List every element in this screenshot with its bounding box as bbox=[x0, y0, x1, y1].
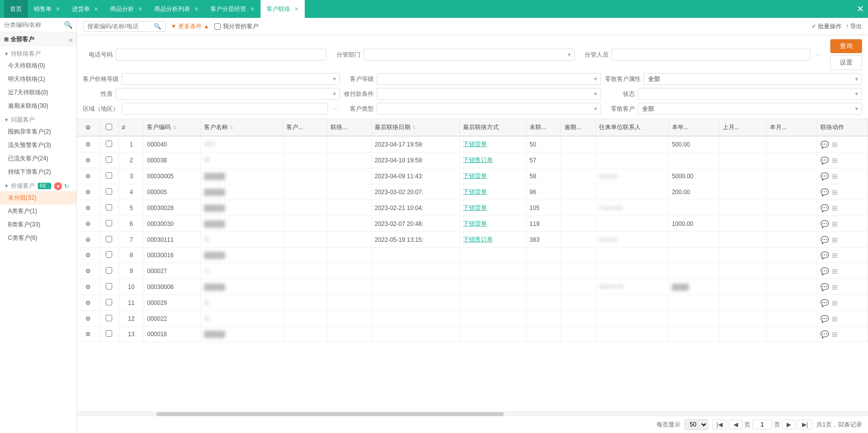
row-gear[interactable]: ⚙ bbox=[77, 248, 100, 263]
horizontal-scrollbar[interactable] bbox=[77, 412, 868, 416]
sidebar-collapse-btn[interactable]: « bbox=[68, 36, 72, 44]
more-conditions-btn[interactable]: ▼ 更多条件 ▲ bbox=[171, 22, 209, 31]
last-page-btn[interactable]: ▶| bbox=[798, 420, 812, 430]
select-all-checkbox[interactable] bbox=[106, 124, 112, 130]
tab-purchase-close[interactable]: ✕ bbox=[94, 6, 98, 12]
tab-customer-tier[interactable]: 客户分层经营 ✕ bbox=[204, 0, 261, 18]
row-action[interactable]: 💬 ⊞ bbox=[817, 200, 868, 216]
row-select-check[interactable] bbox=[106, 315, 112, 321]
nav-close-all[interactable]: ✕ bbox=[857, 3, 864, 14]
tab-sales-close[interactable]: ✕ bbox=[56, 6, 60, 12]
row-gear[interactable]: ⚙ bbox=[77, 311, 100, 327]
tab-product-analysis-list-close[interactable]: ✕ bbox=[194, 6, 199, 12]
row-checkbox[interactable] bbox=[100, 279, 119, 295]
row-gear[interactable]: ⚙ bbox=[77, 184, 100, 200]
my-customers-check[interactable] bbox=[214, 23, 221, 30]
chat-icon[interactable]: 💬 bbox=[820, 172, 829, 180]
row-last-way[interactable]: 下销货单 bbox=[460, 184, 527, 200]
row-action[interactable]: 💬 ⊞ bbox=[817, 295, 868, 311]
sidebar-item-today-pending[interactable]: 今天待联络(0) bbox=[0, 59, 76, 72]
row-last-way[interactable]: 下销售订单 bbox=[460, 152, 527, 168]
row-last-way[interactable]: 下销货单 bbox=[460, 200, 527, 216]
row-last-way[interactable] bbox=[460, 279, 527, 295]
grid-action-icon[interactable]: ⊞ bbox=[832, 315, 838, 323]
row-gear[interactable]: ⚙ bbox=[77, 152, 100, 168]
grid-action-icon[interactable]: ⊞ bbox=[832, 299, 838, 307]
chat-icon[interactable]: 💬 bbox=[820, 330, 829, 338]
tab-purchase[interactable]: 进货单 ✕ bbox=[66, 0, 104, 18]
row-last-way[interactable]: 下销货单 bbox=[460, 136, 527, 152]
row-checkbox[interactable] bbox=[100, 200, 119, 216]
search-button[interactable]: 查询 bbox=[830, 39, 862, 53]
tab-customer-contact-close[interactable]: ✕ bbox=[294, 6, 299, 12]
chat-icon[interactable]: 💬 bbox=[820, 299, 829, 307]
row-last-way[interactable]: 下销货单 bbox=[460, 168, 527, 184]
row-select-check[interactable] bbox=[106, 299, 112, 305]
phone-input[interactable] bbox=[116, 49, 327, 61]
grid-action-icon[interactable]: ⊞ bbox=[832, 172, 838, 180]
row-last-way[interactable] bbox=[460, 311, 527, 327]
sidebar-item-abnormal[interactable]: 囤购异常客户(2) bbox=[0, 125, 76, 139]
grid-action-icon[interactable]: ⊞ bbox=[832, 156, 838, 164]
grid-action-icon[interactable]: ⊞ bbox=[832, 267, 838, 275]
prev-page-btn[interactable]: ◀ bbox=[729, 420, 742, 430]
chat-icon[interactable]: 💬 bbox=[820, 141, 829, 148]
per-page-select[interactable]: 50 bbox=[684, 419, 708, 430]
sidebar-item-class-c[interactable]: C类客户(6) bbox=[0, 231, 76, 245]
checkbox-col-header[interactable] bbox=[100, 119, 119, 136]
row-gear[interactable]: ⚙ bbox=[77, 279, 100, 295]
gear-col-header[interactable]: ⚙ bbox=[77, 119, 100, 136]
row-action[interactable]: 💬 ⊞ bbox=[817, 168, 868, 184]
row-checkbox[interactable] bbox=[100, 232, 119, 248]
row-select-check[interactable] bbox=[106, 188, 112, 195]
sidebar-item-class-b[interactable]: B类客户(33) bbox=[0, 218, 76, 231]
next-page-btn[interactable]: ▶ bbox=[782, 420, 796, 430]
row-checkbox[interactable] bbox=[100, 327, 119, 342]
row-checkbox[interactable] bbox=[100, 136, 119, 152]
row-gear[interactable]: ⚙ bbox=[77, 168, 100, 184]
reset-button[interactable]: 设置 bbox=[830, 55, 862, 70]
grid-action-icon[interactable]: ⊞ bbox=[832, 188, 838, 196]
row-checkbox[interactable] bbox=[100, 263, 119, 279]
sidebar-search-icon[interactable]: 🔍 bbox=[64, 21, 72, 29]
customer-level-select[interactable] bbox=[377, 73, 601, 85]
tab-customer-tier-close[interactable]: ✕ bbox=[250, 6, 255, 12]
my-customers-checkbox[interactable]: 我分管的客户 bbox=[214, 22, 259, 31]
row-last-way[interactable]: 下销货单 bbox=[460, 216, 527, 232]
row-last-way[interactable] bbox=[460, 263, 527, 279]
first-page-btn[interactable]: |◀ bbox=[712, 420, 727, 430]
grid-action-icon[interactable]: ⊞ bbox=[832, 283, 838, 291]
row-action[interactable]: 💬 ⊞ bbox=[817, 279, 868, 295]
grid-action-icon[interactable]: ⊞ bbox=[832, 251, 838, 259]
price-level-select[interactable] bbox=[122, 73, 340, 85]
row-action[interactable]: 💬 ⊞ bbox=[817, 248, 868, 263]
chat-icon[interactable]: 💬 bbox=[820, 236, 829, 244]
row-checkbox[interactable] bbox=[100, 168, 119, 184]
region-dots[interactable]: ··· bbox=[331, 105, 340, 112]
row-gear[interactable]: ⚙ bbox=[77, 200, 100, 216]
row-last-way[interactable] bbox=[460, 295, 527, 311]
row-select-check[interactable] bbox=[106, 220, 112, 226]
row-last-way[interactable]: 下销售订单 bbox=[460, 232, 527, 248]
row-select-check[interactable] bbox=[106, 172, 112, 179]
row-checkbox[interactable] bbox=[100, 248, 119, 263]
col-name[interactable]: 客户名称 ⇅ bbox=[201, 119, 283, 136]
tab-home[interactable]: 首页 bbox=[4, 0, 28, 18]
customer-type-select[interactable] bbox=[377, 103, 601, 115]
row-select-check[interactable] bbox=[106, 156, 112, 163]
tab-product-analysis[interactable]: 商品分析 ✕ bbox=[104, 0, 148, 18]
row-gear[interactable]: ⚙ bbox=[77, 327, 100, 342]
row-gear[interactable]: ⚙ bbox=[77, 263, 100, 279]
row-action[interactable]: 💬 ⊞ bbox=[817, 136, 868, 152]
sidebar-item-overdue-pending[interactable]: 逾期未联络(30) bbox=[0, 99, 76, 113]
row-gear[interactable]: ⚙ bbox=[77, 232, 100, 248]
row-select-check[interactable] bbox=[106, 236, 112, 242]
row-action[interactable]: 💬 ⊞ bbox=[817, 311, 868, 327]
row-action[interactable]: 💬 ⊞ bbox=[817, 152, 868, 168]
page-input[interactable] bbox=[752, 420, 772, 430]
col-last-date[interactable]: 最后联络日期 ⇅ bbox=[372, 119, 460, 136]
tab-product-analysis-list[interactable]: 商品分析列表 ✕ bbox=[148, 0, 204, 18]
sidebar-item-churned[interactable]: 已流失客户(24) bbox=[0, 152, 76, 165]
nature-select[interactable] bbox=[116, 88, 340, 100]
row-last-way[interactable] bbox=[460, 327, 527, 342]
